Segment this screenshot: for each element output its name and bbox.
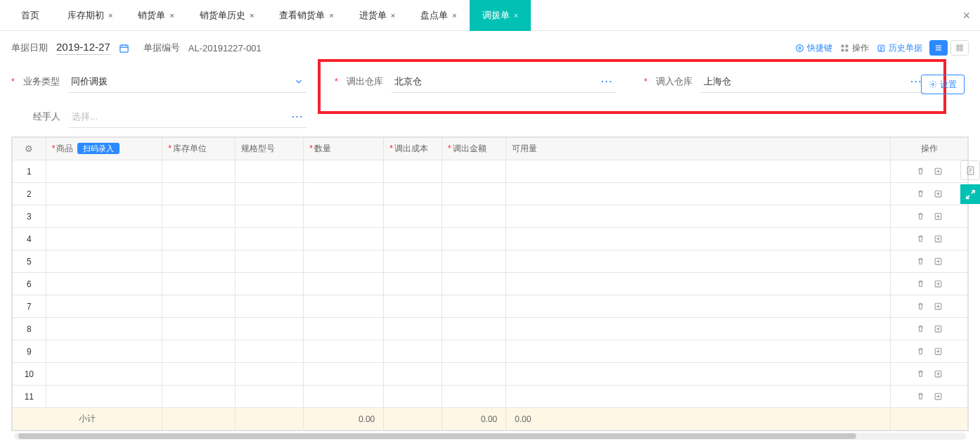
tab-home[interactable]: 首页 [6, 0, 55, 31]
view-list-button[interactable] [929, 40, 948, 56]
delete-icon[interactable] [916, 257, 925, 266]
add-icon[interactable] [934, 189, 943, 198]
cell-qty[interactable] [304, 228, 384, 250]
add-icon[interactable] [934, 347, 943, 356]
cell-qty[interactable] [304, 363, 384, 386]
cell-spec[interactable] [235, 205, 303, 228]
scrollbar-thumb[interactable] [18, 433, 856, 439]
history-link[interactable]: 历史单据 [876, 42, 922, 54]
cell-cost[interactable] [384, 160, 442, 183]
tab-sales-history[interactable]: 销货单历史× [187, 0, 266, 31]
cell-amount[interactable] [442, 386, 506, 408]
cell-qty[interactable] [304, 340, 384, 363]
chevron-down-icon[interactable] [294, 77, 304, 87]
scan-badge[interactable]: 扫码录入 [77, 143, 120, 154]
tab-inventory[interactable]: 盘点单× [408, 0, 469, 31]
cell-unit[interactable] [162, 183, 236, 205]
delete-icon[interactable] [916, 324, 925, 333]
add-icon[interactable] [934, 167, 943, 176]
settings-button[interactable]: 设置 [921, 75, 965, 94]
cell-product[interactable] [46, 295, 162, 318]
cell-amount[interactable] [442, 295, 506, 318]
close-icon[interactable]: × [452, 11, 456, 20]
tab-purchase[interactable]: 进货单× [347, 0, 408, 31]
cell-qty[interactable] [304, 160, 384, 183]
cell-unit[interactable] [162, 295, 236, 318]
table-row[interactable]: 9 [13, 340, 968, 363]
delete-icon[interactable] [916, 369, 925, 378]
calendar-icon[interactable] [119, 43, 129, 53]
cell-cost[interactable] [384, 183, 442, 205]
table-row[interactable]: 11 [13, 386, 968, 408]
cell-product[interactable] [46, 273, 162, 295]
cell-avail[interactable] [506, 205, 891, 228]
table-row[interactable]: 10 [13, 363, 968, 386]
cell-product[interactable] [46, 205, 162, 228]
cell-avail[interactable] [506, 386, 891, 408]
cell-cost[interactable] [384, 318, 442, 340]
close-icon[interactable]: × [329, 11, 333, 20]
delete-icon[interactable] [916, 212, 925, 221]
add-icon[interactable] [934, 302, 943, 311]
cell-unit[interactable] [162, 205, 236, 228]
tab-stock-init[interactable]: 库存期初× [55, 0, 125, 31]
cell-unit[interactable] [162, 363, 236, 386]
close-icon[interactable]: × [250, 11, 254, 20]
cell-product[interactable] [46, 250, 162, 273]
add-icon[interactable] [934, 324, 943, 333]
cell-cost[interactable] [384, 228, 442, 250]
delete-icon[interactable] [916, 189, 925, 198]
cell-qty[interactable] [304, 318, 384, 340]
add-icon[interactable] [934, 212, 943, 221]
fullscreen-button[interactable] [960, 184, 980, 204]
cell-product[interactable] [46, 228, 162, 250]
cell-cost[interactable] [384, 386, 442, 408]
biz-type-field[interactable]: * 业务类型 同价调拨 [11, 70, 307, 93]
tab-transfer[interactable]: 调拨单× [470, 0, 531, 31]
table-row[interactable]: 7 [13, 295, 968, 318]
cell-unit[interactable] [162, 273, 236, 295]
cell-qty[interactable] [304, 386, 384, 408]
handler-field[interactable]: 经手人 选择... ··· [11, 106, 307, 128]
cell-cost[interactable] [384, 273, 442, 295]
cell-spec[interactable] [235, 295, 303, 318]
add-icon[interactable] [934, 279, 943, 288]
table-row[interactable]: 4 [13, 228, 968, 250]
date-value[interactable]: 2019-12-27 [56, 41, 110, 55]
view-grid-button[interactable] [950, 40, 969, 56]
shortcut-link[interactable]: 快捷键 [794, 42, 832, 54]
cell-avail[interactable] [506, 363, 891, 386]
cell-cost[interactable] [384, 340, 442, 363]
cell-cost[interactable] [384, 250, 442, 273]
cell-spec[interactable] [235, 160, 303, 183]
cell-amount[interactable] [442, 363, 506, 386]
cell-spec[interactable] [235, 363, 303, 386]
cell-amount[interactable] [442, 183, 506, 205]
cell-qty[interactable] [304, 295, 384, 318]
cell-qty[interactable] [304, 183, 384, 205]
in-warehouse-field[interactable]: * 调入仓库 上海仓 ··· [644, 70, 925, 93]
cell-unit[interactable] [162, 250, 236, 273]
table-row[interactable]: 2 [13, 183, 968, 205]
cell-product[interactable] [46, 318, 162, 340]
operate-link[interactable]: 操作 [839, 42, 869, 54]
cell-avail[interactable] [506, 250, 891, 273]
cell-spec[interactable] [235, 228, 303, 250]
delete-icon[interactable] [916, 167, 925, 176]
cell-unit[interactable] [162, 386, 236, 408]
cell-spec[interactable] [235, 318, 303, 340]
cell-amount[interactable] [442, 205, 506, 228]
table-row[interactable]: 6 [13, 273, 968, 295]
close-all-icon[interactable]: × [962, 8, 970, 23]
cell-qty[interactable] [304, 250, 384, 273]
cell-amount[interactable] [442, 273, 506, 295]
close-icon[interactable]: × [108, 11, 112, 20]
delete-icon[interactable] [916, 279, 925, 288]
table-row[interactable]: 3 [13, 205, 968, 228]
cell-unit[interactable] [162, 228, 236, 250]
cell-spec[interactable] [235, 273, 303, 295]
cell-amount[interactable] [442, 340, 506, 363]
cell-spec[interactable] [235, 386, 303, 408]
tab-view-sales[interactable]: 查看销货单× [266, 0, 346, 31]
out-warehouse-field[interactable]: * 调出仓库 北京仓 ··· [335, 70, 616, 93]
